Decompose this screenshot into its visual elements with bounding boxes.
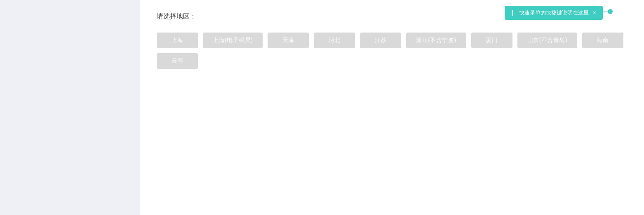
tooltip-text: 快速录单的快捷键说明在这里 bbox=[519, 9, 589, 16]
region-button-hebei[interactable]: 河北 bbox=[314, 33, 355, 48]
region-button-xiamen[interactable]: 厦门 bbox=[471, 33, 512, 48]
region-button-zhejiang[interactable]: 浙江(不含宁波) bbox=[406, 33, 466, 48]
region-button-hainan[interactable]: 海南 bbox=[582, 33, 623, 48]
tooltip-connector-line bbox=[602, 12, 608, 12]
main-content: 请选择地区： 上海上海(电子税局)天津河北江苏浙江(不含宁波)厦门山东(不含青岛… bbox=[140, 0, 644, 215]
tooltip-bar: 快速录单的快捷键说明在这里 × bbox=[505, 6, 603, 20]
region-button-shanghai[interactable]: 上海 bbox=[157, 33, 198, 48]
region-buttons-container: 上海上海(电子税局)天津河北江苏浙江(不含宁波)厦门山东(不含青岛)海南云南 bbox=[157, 33, 628, 69]
tooltip-close-button[interactable]: × bbox=[593, 9, 596, 16]
left-sidebar bbox=[0, 0, 140, 215]
tooltip-indicator-dot bbox=[608, 9, 613, 14]
region-button-yunnan[interactable]: 云南 bbox=[157, 53, 198, 69]
region-button-shandong[interactable]: 山东(不含青岛) bbox=[517, 33, 577, 48]
region-button-tianjin[interactable]: 天津 bbox=[268, 33, 309, 48]
region-button-jiangsu[interactable]: 江苏 bbox=[360, 33, 401, 48]
region-button-shanghai-etax[interactable]: 上海(电子税局) bbox=[203, 33, 263, 48]
